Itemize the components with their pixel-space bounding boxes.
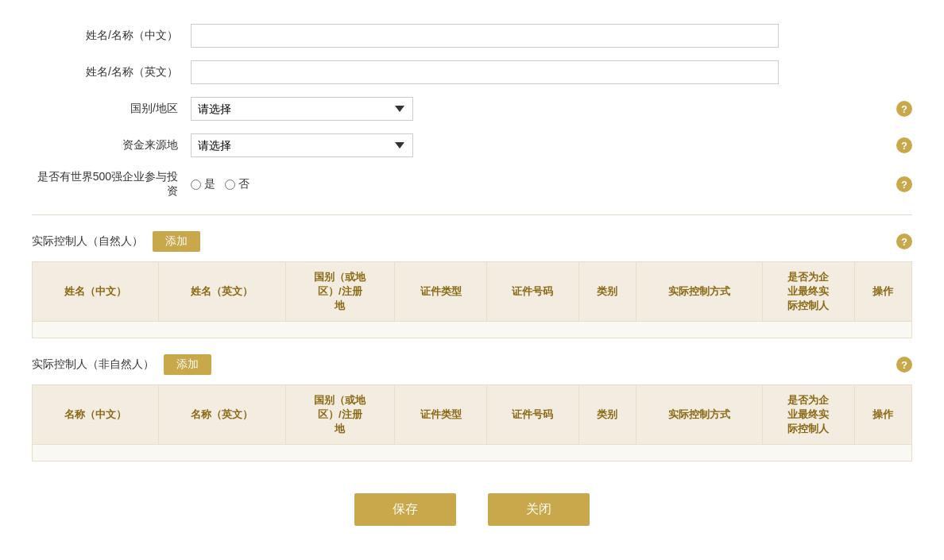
divider-1: [32, 214, 912, 215]
close-button[interactable]: 关闭: [488, 493, 590, 526]
np-col-control-method: 实际控制方式: [636, 262, 762, 322]
country-help-icon[interactable]: ?: [896, 101, 912, 117]
natural-person-help-icon[interactable]: ?: [896, 234, 912, 249]
name-en-row: 姓名/名称（英文）: [32, 60, 912, 84]
non-natural-person-table-header-row: 名称（中文） 名称（英文） 国别（或地区）/注册地 证件类型 证件号码 类别 实…: [33, 385, 912, 445]
fortune500-yes-text: 是: [204, 177, 215, 191]
non-natural-person-header: 实际控制人（非自然人） 添加 ?: [32, 354, 912, 375]
np-col-name-en: 姓名（英文）: [159, 262, 285, 322]
natural-person-header: 实际控制人（自然人） 添加 ?: [32, 231, 912, 252]
fund-source-label: 资金来源地: [32, 138, 191, 153]
fortune500-yes-radio[interactable]: [191, 180, 201, 190]
nnp-col-name-cn: 名称（中文）: [33, 385, 159, 445]
non-natural-person-title: 实际控制人（非自然人）: [32, 357, 154, 372]
name-cn-input[interactable]: [191, 24, 779, 48]
non-natural-person-empty-cell: [33, 445, 912, 462]
country-select[interactable]: 请选择: [191, 97, 413, 121]
country-label: 国别/地区: [32, 102, 191, 116]
np-col-category: 类别: [578, 262, 636, 322]
fortune500-yes-label[interactable]: 是: [191, 177, 215, 191]
nnp-col-cert-no: 证件号码: [486, 385, 578, 445]
fortune500-radio-group: 是 否: [191, 177, 250, 191]
np-col-cert-no: 证件号码: [486, 262, 578, 322]
natural-person-table: 姓名（中文） 姓名（英文） 国别（或地区）/注册地 证件类型 证件号码 类别 实…: [32, 261, 912, 338]
natural-person-title: 实际控制人（自然人）: [32, 234, 143, 249]
non-natural-person-add-btn[interactable]: 添加: [164, 354, 211, 375]
np-col-is-final: 是否为企业最终实际控制人: [763, 262, 855, 322]
np-col-action: 操作: [854, 262, 911, 322]
non-natural-person-table: 名称（中文） 名称（英文） 国别（或地区）/注册地 证件类型 证件号码 类别 实…: [32, 384, 912, 462]
fortune500-help-icon[interactable]: ?: [896, 176, 912, 192]
nnp-col-category: 类别: [578, 385, 636, 445]
name-cn-row: 姓名/名称（中文）: [32, 24, 912, 48]
np-col-name-cn: 姓名（中文）: [33, 262, 159, 322]
name-cn-label: 姓名/名称（中文）: [32, 29, 191, 43]
natural-person-empty-row: [33, 322, 912, 338]
natural-person-table-header-row: 姓名（中文） 姓名（英文） 国别（或地区）/注册地 证件类型 证件号码 类别 实…: [33, 262, 912, 322]
natural-person-section: 实际控制人（自然人） 添加 ? 姓名（中文） 姓名（英文） 国别（或地区）/注册…: [32, 231, 912, 338]
name-en-input[interactable]: [191, 60, 779, 84]
nnp-col-name-en: 名称（英文）: [159, 385, 285, 445]
fund-source-row: 资金来源地 请选择 ?: [32, 133, 912, 157]
fortune500-label: 是否有世界500强企业参与投资: [32, 170, 191, 199]
save-button[interactable]: 保存: [354, 493, 456, 526]
fortune500-no-text: 否: [238, 177, 250, 191]
non-natural-person-section: 实际控制人（非自然人） 添加 ? 名称（中文） 名称（英文） 国别（或地区）/注…: [32, 354, 912, 462]
nnp-col-control-method: 实际控制方式: [636, 385, 762, 445]
fund-source-help-icon[interactable]: ?: [896, 137, 912, 153]
name-en-label: 姓名/名称（英文）: [32, 65, 191, 79]
natural-person-add-btn[interactable]: 添加: [153, 231, 200, 252]
nnp-col-cert-type: 证件类型: [395, 385, 487, 445]
np-col-country: 国别（或地区）/注册地: [285, 262, 395, 322]
fortune500-no-label[interactable]: 否: [225, 177, 250, 191]
np-col-cert-type: 证件类型: [395, 262, 487, 322]
country-row: 国别/地区 请选择 ?: [32, 97, 912, 121]
fortune500-no-radio[interactable]: [225, 180, 235, 190]
main-form: 姓名/名称（中文） 姓名/名称（英文） 国别/地区 请选择 ? 资金来源地 请选…: [32, 24, 912, 199]
nnp-col-is-final: 是否为企业最终实际控制人: [763, 385, 855, 445]
non-natural-person-empty-row: [33, 445, 912, 462]
non-natural-person-help-icon[interactable]: ?: [896, 357, 912, 373]
nnp-col-country: 国别（或地区）/注册地: [285, 385, 395, 445]
nnp-col-action: 操作: [854, 385, 911, 445]
natural-person-empty-cell: [33, 322, 912, 338]
fortune500-row: 是否有世界500强企业参与投资 是 否 ?: [32, 170, 912, 199]
footer-buttons: 保存 关闭: [32, 493, 912, 526]
fund-source-select[interactable]: 请选择: [191, 133, 413, 157]
